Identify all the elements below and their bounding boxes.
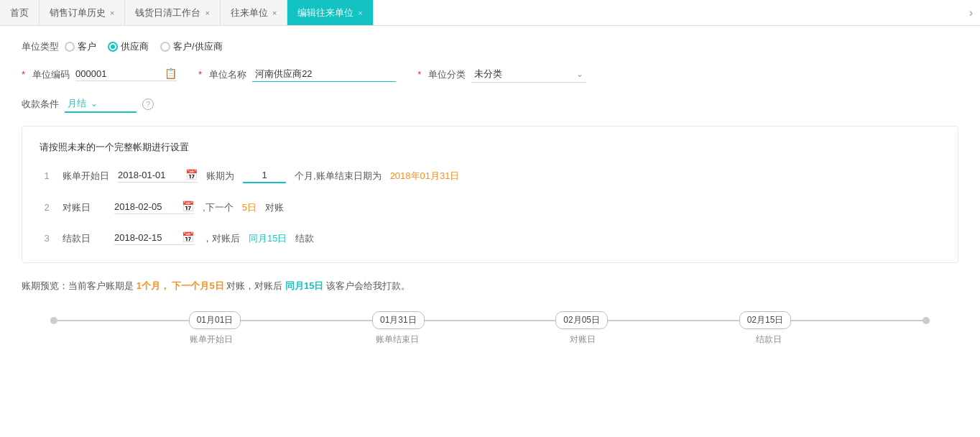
tab-edit-partner[interactable]: 编辑往来单位 ×	[287, 0, 373, 25]
step-2-suffix-pre: ,下一个	[203, 201, 234, 214]
step-1-suffix-pre: 账期为	[206, 170, 234, 183]
step-2-highlight: 5日	[242, 201, 256, 214]
unit-code-copy-icon[interactable]: 📋	[165, 68, 177, 79]
timeline-row: 01月01日 01月31日 02月05日 02月15日	[50, 311, 930, 329]
step-1-calendar-icon[interactable]: 📅	[185, 169, 198, 180]
unit-category-value: 未分类	[474, 68, 572, 80]
tabs-arrow[interactable]: ›	[962, 0, 980, 25]
unit-category-field: * 单位分类 未分类 ⌄	[417, 66, 586, 83]
radio-supplier-circle	[108, 42, 118, 52]
payment-condition-select[interactable]: 月结 ⌄	[65, 96, 137, 113]
timeline-label-4: 结款日	[740, 334, 798, 346]
step-3-highlight: 同月15日	[249, 232, 287, 245]
tab-sales-history-close[interactable]: ×	[110, 9, 114, 17]
preview-label: 账期预览：当前客户账期是	[22, 280, 134, 291]
preview-mid: 下一个月5日	[172, 280, 223, 291]
preview-period: 1个月，	[137, 280, 170, 291]
step-3-num: 3	[40, 233, 54, 244]
timeline-label-1: 账单开始日	[182, 334, 240, 346]
step-1-num: 1	[40, 170, 54, 181]
step-1-end-date: 2018年01月31日	[390, 170, 460, 183]
payment-condition-chevron-icon: ⌄	[91, 98, 98, 109]
preview-end: 同月15日	[285, 280, 323, 291]
timeline-bubble-2: 01月31日	[372, 311, 425, 329]
unit-name-label: 单位名称	[209, 68, 246, 81]
unit-code-input[interactable]	[75, 68, 162, 79]
tab-home-label: 首页	[10, 6, 29, 19]
tab-partner-units-label: 往来单位	[231, 6, 268, 19]
step-2-suffix-post: 对账	[265, 201, 284, 214]
tab-cash-ledger-label: 钱货日清工作台	[135, 6, 200, 19]
settings-box: 请按照未来的一个完整帐期进行设置 1 账单开始日 📅 账期为 个月,账单结束日期…	[22, 126, 958, 263]
payment-condition-value: 月结	[68, 97, 86, 110]
preview-tail: 该客户会给我打款。	[326, 280, 410, 291]
settings-title: 请按照未来的一个完整帐期进行设置	[40, 141, 940, 154]
timeline-end-dot	[923, 317, 930, 324]
step-1-row: 1 账单开始日 📅 账期为 个月,账单结束日期为 2018年01月31日	[40, 168, 940, 183]
step-1-label: 账单开始日	[63, 170, 109, 183]
timeline-seg-5	[791, 320, 923, 321]
unit-category-chevron-icon: ⌄	[576, 69, 583, 79]
step-3-date-field[interactable]	[114, 232, 179, 243]
timeline-seg-2	[241, 320, 372, 321]
step-3-row: 3 结款日 📅 ，对账后 同月15日 结款	[40, 231, 940, 245]
radio-both-circle	[160, 42, 170, 52]
unit-category-label: 单位分类	[428, 68, 466, 81]
unit-name-star: *	[198, 69, 202, 80]
tab-partner-units[interactable]: 往来单位 ×	[221, 0, 287, 25]
step-3-suffix-post: 结款	[295, 232, 314, 245]
timeline-label-2: 账单结束日	[369, 334, 426, 346]
step-2-date-input: 📅	[114, 201, 194, 214]
radio-both[interactable]: 客户/供应商	[160, 40, 223, 53]
tab-sales-history-label: 销售订单历史	[50, 6, 106, 19]
preview-mid2: 对账，对账后	[226, 280, 282, 291]
tab-cash-ledger-close[interactable]: ×	[205, 9, 209, 17]
radio-customer[interactable]: 客户	[65, 40, 96, 53]
timeline-section: 01月01日 01月31日 02月05日 02月15日	[22, 311, 958, 346]
step-3-suffix-pre: ，对账后	[203, 232, 240, 245]
tab-partner-units-close[interactable]: ×	[272, 9, 277, 17]
step-1-date-input: 📅	[118, 169, 198, 183]
unit-type-label: 单位类型	[22, 40, 59, 53]
radio-supplier[interactable]: 供应商	[108, 40, 149, 53]
unit-name-input[interactable]	[252, 68, 396, 82]
tab-cash-ledger[interactable]: 钱货日清工作台 ×	[125, 0, 220, 25]
unit-category-select[interactable]: 未分类 ⌄	[471, 66, 586, 83]
step-1-suffix-post-pre: 个月,账单结束日期为	[295, 170, 382, 183]
timeline-node-1: 01月01日	[189, 311, 241, 329]
step-3-calendar-icon[interactable]: 📅	[182, 231, 194, 243]
main-content: 单位类型 客户 供应商 客户/供应商 * 单位编码	[0, 26, 980, 437]
timeline-bubble-1: 01月01日	[189, 311, 241, 329]
step-1-date-field[interactable]	[118, 170, 182, 180]
timeline-bubble-3: 02月05日	[555, 311, 608, 329]
preview-text: 账期预览：当前客户账期是 1个月， 下一个月5日 对账，对账后 同月15日 该客…	[22, 277, 958, 294]
tab-sales-history[interactable]: 销售订单历史 ×	[40, 0, 125, 25]
radio-both-label: 客户/供应商	[173, 40, 223, 53]
step-3-date-input: 📅	[114, 231, 194, 245]
step-2-calendar-icon[interactable]: 📅	[182, 201, 194, 212]
unit-code-input-wrapper: 📋	[75, 68, 177, 81]
timeline-seg-4	[608, 320, 739, 321]
timeline-bubble-4: 02月15日	[739, 311, 792, 329]
step-3-label: 结款日	[63, 232, 106, 245]
step-2-num: 2	[40, 202, 54, 213]
timeline-node-2: 01月31日	[372, 311, 425, 329]
step-1-period-input[interactable]	[243, 168, 286, 183]
radio-supplier-label: 供应商	[121, 40, 149, 53]
unit-info-row: * 单位编码 📋 * 单位名称 * 单位分类 未分类 ⌄	[22, 66, 958, 83]
timeline-node-3: 02月05日	[555, 311, 608, 329]
step-2-date-field[interactable]	[114, 201, 179, 212]
payment-condition-label: 收款条件	[22, 98, 59, 111]
timeline-start-dot	[50, 317, 57, 324]
timeline-seg-3	[425, 320, 556, 321]
tab-edit-partner-close[interactable]: ×	[358, 9, 362, 17]
timeline-label-3: 对账日	[554, 334, 611, 346]
timeline-node-4: 02月15日	[739, 311, 792, 329]
payment-condition-row: 收款条件 月结 ⌄ ?	[22, 96, 958, 113]
unit-category-star: *	[417, 69, 421, 80]
radio-customer-label: 客户	[78, 40, 96, 53]
help-icon[interactable]: ?	[142, 98, 154, 110]
timeline-labels-row: 账单开始日 账单结束日 对账日 结款日	[50, 334, 930, 346]
tab-home[interactable]: 首页	[0, 0, 40, 25]
step-2-row: 2 对账日 📅 ,下一个 5日 对账	[40, 201, 940, 214]
